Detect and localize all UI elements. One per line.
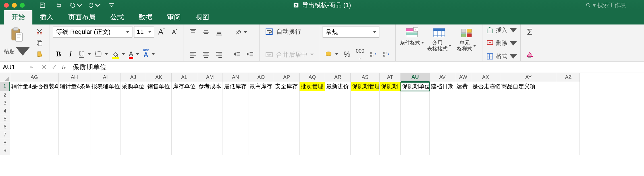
cell-AI9[interactable] <box>90 147 121 155</box>
cell-AO3[interactable] <box>248 99 274 107</box>
cell-AG7[interactable] <box>10 131 59 139</box>
col-header-AT[interactable]: AT <box>380 73 401 82</box>
col-header-AO[interactable]: AO <box>248 73 274 82</box>
cell-AG5[interactable] <box>10 115 59 123</box>
cell-AO7[interactable] <box>248 131 274 139</box>
cell-AW6[interactable] <box>455 123 471 131</box>
cell-AO6[interactable] <box>248 123 274 131</box>
cell-AX7[interactable] <box>471 131 500 139</box>
col-header-AX[interactable]: AX <box>471 73 500 82</box>
cell-AJ4[interactable] <box>121 107 146 115</box>
cell-AS1[interactable]: 保质期管理 <box>351 82 380 91</box>
cell-AT6[interactable] <box>380 123 401 131</box>
cell-AS6[interactable] <box>351 123 380 131</box>
align-middle-button[interactable] <box>200 26 212 38</box>
cell-AR4[interactable] <box>325 107 351 115</box>
row-header-1[interactable]: 1 <box>0 82 10 91</box>
col-header-AH[interactable]: AH <box>59 73 90 82</box>
cell-AT3[interactable] <box>380 99 401 107</box>
cell-AI1[interactable]: 报表辅单位 <box>90 82 121 91</box>
cell-AQ5[interactable] <box>300 115 325 123</box>
insert-cells-button[interactable]: 插入 <box>486 26 517 34</box>
cell-AU4[interactable] <box>401 107 430 115</box>
cell-AJ2[interactable] <box>121 91 146 99</box>
cell-AL2[interactable] <box>172 91 197 99</box>
cell-AN8[interactable] <box>223 139 248 147</box>
row-header-4[interactable]: 4 <box>0 107 10 115</box>
decrease-indent-button[interactable] <box>232 49 243 60</box>
comma-button[interactable]: 000, <box>354 48 366 60</box>
close-window-button[interactable] <box>4 3 9 8</box>
align-top-button[interactable] <box>187 26 199 38</box>
col-header-AN[interactable]: AN <box>223 73 248 82</box>
bold-button[interactable]: B <box>53 48 64 60</box>
col-header-AY[interactable]: AY <box>500 73 557 82</box>
tab-视图[interactable]: 视图 <box>188 10 217 24</box>
formula-value[interactable]: 保质期单位 <box>70 63 644 72</box>
cell-AL1[interactable]: 库存单位 <box>172 82 197 91</box>
row-header-8[interactable]: 8 <box>0 139 10 147</box>
cell-AQ7[interactable] <box>300 131 325 139</box>
cell-AZ6[interactable] <box>557 123 580 131</box>
cell-AN6[interactable] <box>223 123 248 131</box>
cell-AO5[interactable] <box>248 115 274 123</box>
cell-AP4[interactable] <box>274 107 300 115</box>
cell-AN4[interactable] <box>223 107 248 115</box>
select-all-corner[interactable] <box>0 73 10 82</box>
cell-AV3[interactable] <box>430 99 455 107</box>
cell-AJ9[interactable] <box>121 147 146 155</box>
cell-AT5[interactable] <box>380 115 401 123</box>
row-header-9[interactable]: 9 <box>0 147 10 155</box>
cell-AP2[interactable] <box>274 91 300 99</box>
cell-AY5[interactable] <box>500 115 557 123</box>
cell-AL5[interactable] <box>172 115 197 123</box>
align-right-button[interactable] <box>213 49 225 60</box>
clear-button[interactable] <box>524 49 535 60</box>
cell-AI7[interactable] <box>90 131 121 139</box>
cell-AP6[interactable] <box>274 123 300 131</box>
cell-AU8[interactable] <box>401 139 430 147</box>
search-box[interactable]: ▾ <box>585 2 644 9</box>
cell-AL4[interactable] <box>172 107 197 115</box>
col-header-AZ[interactable]: AZ <box>557 73 580 82</box>
cell-AW2[interactable] <box>455 91 471 99</box>
col-header-AP[interactable]: AP <box>274 73 300 82</box>
col-header-AM[interactable]: AM <box>197 73 223 82</box>
enter-formula-button[interactable]: ✓ <box>52 64 57 71</box>
cell-AM3[interactable] <box>197 99 223 107</box>
cell-AU3[interactable] <box>401 99 430 107</box>
cell-AV7[interactable] <box>430 131 455 139</box>
cell-AP5[interactable] <box>274 115 300 123</box>
cell-AX6[interactable] <box>471 123 500 131</box>
cell-AH4[interactable] <box>59 107 90 115</box>
conditional-format-button[interactable]: ≠ 条件格式 <box>399 26 425 46</box>
cell-AT9[interactable] <box>380 147 401 155</box>
font-name-selector[interactable]: 等线 Regular (正文) <box>53 26 132 38</box>
cell-AO4[interactable] <box>248 107 274 115</box>
cell-AM8[interactable] <box>197 139 223 147</box>
cell-AO2[interactable] <box>248 91 274 99</box>
italic-button[interactable]: I <box>65 48 76 60</box>
cell-AZ9[interactable] <box>557 147 580 155</box>
cell-AK2[interactable] <box>146 91 172 99</box>
cell-AU5[interactable] <box>401 115 430 123</box>
cell-AK1[interactable]: 销售单位 <box>146 82 172 91</box>
copy-button[interactable] <box>33 38 46 48</box>
cell-AI5[interactable] <box>90 115 121 123</box>
cell-AT7[interactable] <box>380 131 401 139</box>
cell-AI4[interactable] <box>90 107 121 115</box>
col-header-AW[interactable]: AW <box>455 73 471 82</box>
col-header-AS[interactable]: AS <box>351 73 380 82</box>
cell-AM5[interactable] <box>197 115 223 123</box>
cell-AN7[interactable] <box>223 131 248 139</box>
cell-AW4[interactable] <box>455 107 471 115</box>
cell-AH8[interactable] <box>59 139 90 147</box>
decrease-font-button[interactable]: Aˇ <box>169 26 180 38</box>
tab-插入[interactable]: 插入 <box>32 10 61 24</box>
name-box[interactable]: AU1 <box>0 62 37 73</box>
row-header-5[interactable]: 5 <box>0 115 10 123</box>
cell-AR3[interactable] <box>325 99 351 107</box>
cell-AM4[interactable] <box>197 107 223 115</box>
cell-AZ4[interactable] <box>557 107 580 115</box>
fill-color-button[interactable] <box>110 48 126 60</box>
